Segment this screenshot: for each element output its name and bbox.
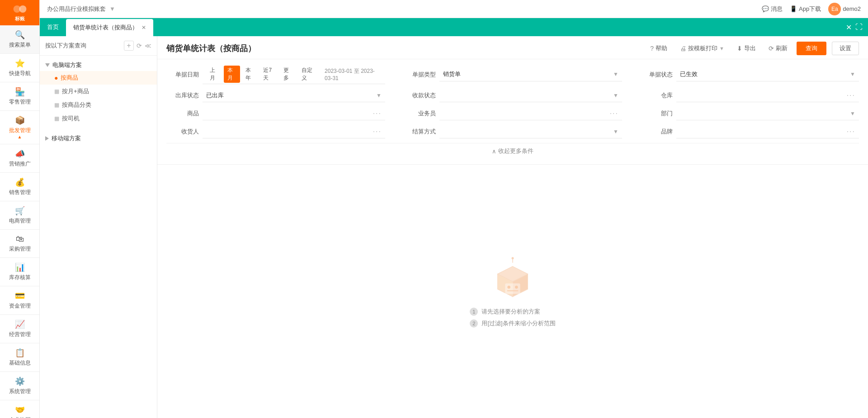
out-status-value[interactable]: 已出库 ▼	[203, 89, 385, 102]
doc-type-value[interactable]: 销货单 ▼	[439, 68, 622, 81]
date-tab-last-month[interactable]: 上月	[206, 66, 222, 83]
empty-tips: 1 请先选择要分析的方案 2 用[过滤]条件来缩小分析范围	[470, 308, 555, 328]
box-icon: 📦	[15, 115, 25, 125]
dropdown-icon[interactable]: ▼	[109, 5, 115, 12]
scheme-item-by-driver[interactable]: ▦ 按司机	[40, 112, 157, 125]
collapse-chevron-icon: ∧	[492, 148, 496, 155]
doc-status-label: 单据状态	[640, 71, 676, 79]
receipt-status-chevron-icon: ▼	[613, 92, 618, 99]
item-icon: ▦	[54, 102, 59, 108]
sidebar-item-shortcut[interactable]: ⭐ 快捷导航	[0, 54, 40, 82]
out-status-chevron-icon: ▼	[376, 92, 382, 99]
payment-method-chevron-icon: ▼	[613, 128, 618, 135]
brand-dots: ···	[847, 128, 855, 136]
left-panel-header-left: 按以下方案查询	[45, 42, 86, 50]
bag-icon: 🛍	[16, 234, 24, 244]
sidebar-item-basic[interactable]: 📋 基础信息	[0, 343, 40, 372]
message-btn[interactable]: 💬 消息	[762, 5, 783, 13]
doc-type-chevron-icon: ▼	[613, 71, 618, 77]
svg-point-11	[512, 257, 514, 259]
header-left: 办公用品行业模拟账套 ▼	[47, 5, 115, 13]
refresh-scheme-icon[interactable]: ⟳	[137, 42, 142, 49]
sidebar-item-sales[interactable]: 💰 销售管理	[0, 173, 40, 201]
salesperson-value[interactable]: ···	[439, 107, 622, 120]
warehouse-label: 仓库	[640, 91, 676, 100]
sidebar-item-system[interactable]: ⚙️ 系统管理	[0, 372, 40, 400]
sidebar-item-purchase[interactable]: 🛍 采购管理	[0, 230, 40, 258]
tab-bar-actions: ✕ ⛶	[846, 23, 868, 32]
maximize-icon[interactable]: ⛶	[855, 23, 863, 31]
receiver-dots: ···	[373, 128, 382, 136]
export-btn[interactable]: ⬇ 导出	[733, 43, 760, 54]
chevron-right-icon	[45, 136, 49, 141]
minimize-icon[interactable]: ✕	[846, 23, 852, 32]
query-btn[interactable]: 查询	[797, 42, 826, 55]
product-dots: ···	[373, 109, 382, 118]
left-panel-title: 按以下方案查询	[45, 42, 86, 50]
top-header: 办公用品行业模拟账套 ▼ 💬 消息 📱 App下载 Ea demo2	[40, 0, 868, 18]
scheme-item-by-month-product[interactable]: ▦ 按月+商品	[40, 85, 157, 98]
sidebar-item-operation[interactable]: 📈 经营管理	[0, 315, 40, 343]
scheme-group-desktop-title[interactable]: 电脑端方案	[40, 59, 157, 71]
settings-btn[interactable]: 设置	[832, 42, 859, 55]
empty-tip-2: 2 用[过滤]条件来缩小分析范围	[470, 319, 555, 328]
date-tab-7days[interactable]: 近7天	[259, 66, 278, 83]
sidebar-item-marketing[interactable]: 📣 营销推广	[0, 144, 40, 173]
template-print-btn[interactable]: 🖨 按模板打印 ▼	[676, 43, 728, 54]
collapse-filters-btn[interactable]: ∧ 收起更多条件	[166, 143, 859, 159]
scheme-group-mobile: 移动端方案	[40, 129, 157, 148]
date-tab-custom[interactable]: 自定义	[298, 66, 318, 83]
sidebar-item-ecommerce[interactable]: 🛒 电商管理	[0, 201, 40, 230]
help-icon: ?	[650, 45, 654, 52]
date-tab-more[interactable]: 更多	[280, 66, 296, 83]
user-menu[interactable]: Ea demo2	[828, 3, 861, 15]
date-tab-this-month[interactable]: 本月	[224, 66, 240, 83]
tip-num-2: 2	[470, 319, 478, 328]
scheme-item-by-product[interactable]: ● 按商品	[40, 71, 157, 85]
doc-status-chevron-icon: ▼	[850, 71, 855, 77]
chevron-down-icon	[45, 63, 50, 67]
department-label: 部门	[640, 109, 676, 118]
doc-status-value[interactable]: 已生效 ▼	[676, 68, 859, 81]
tab-close-icon[interactable]: ✕	[142, 24, 146, 31]
brand-label: 品牌	[640, 128, 676, 136]
content-area: 按以下方案查询 + ⟳ ≪ 电脑端方案 ● 按商品 ▦	[40, 36, 868, 418]
date-tab-this-year[interactable]: 本年	[242, 66, 258, 83]
app-download-btn[interactable]: 📱 App下载	[790, 5, 821, 13]
sidebar-item-collab[interactable]: 🤝 企业协同	[0, 400, 40, 418]
salesperson-dots: ···	[610, 109, 618, 118]
sidebar-item-inventory[interactable]: 📊 库存核算	[0, 258, 40, 286]
item-icon: ▦	[54, 115, 59, 122]
product-value[interactable]: ···	[203, 107, 385, 120]
clipboard-icon: 📋	[15, 348, 25, 358]
sidebar-item-finance[interactable]: 💳 资金管理	[0, 286, 40, 315]
receiver-value[interactable]: ···	[203, 125, 385, 138]
sidebar-item-retail[interactable]: 🏪 零售管理	[0, 82, 40, 111]
sidebar-item-wholesale[interactable]: 📦 批发管理 ▲	[0, 111, 40, 144]
print-icon: 🖨	[680, 45, 686, 52]
tip-num-1: 1	[470, 308, 478, 316]
refresh-icon: ⟳	[769, 45, 774, 52]
handshake-icon: 🤝	[15, 405, 25, 415]
avatar: Ea	[828, 3, 841, 15]
tab-home[interactable]: 首页	[40, 18, 66, 36]
warehouse-value[interactable]: ···	[676, 89, 859, 102]
sidebar-item-search[interactable]: 🔍 搜索菜单	[0, 25, 40, 54]
add-scheme-btn[interactable]: +	[124, 41, 134, 51]
refresh-btn[interactable]: ⟳ 刷新	[765, 43, 791, 54]
svg-rect-9	[507, 290, 519, 292]
tab-bar: 首页 销货单统计表（按商品） ✕ ✕ ⛶	[40, 18, 868, 36]
help-btn[interactable]: ? 帮助	[646, 43, 671, 54]
receipt-status-value[interactable]: ▼	[439, 89, 622, 102]
department-value[interactable]: ▼	[676, 107, 859, 120]
payment-method-label: 结算方式	[403, 128, 439, 136]
brand-value[interactable]: ···	[676, 125, 859, 138]
gear-icon: ⚙️	[15, 376, 25, 386]
receiver-label: 收货人	[166, 128, 203, 136]
payment-method-value[interactable]: ▼	[439, 125, 622, 138]
tab-report[interactable]: 销货单统计表（按商品） ✕	[66, 19, 153, 37]
page-actions: ? 帮助 🖨 按模板打印 ▼ ⬇ 导出 ⟳ 刷新	[646, 42, 859, 55]
scheme-item-by-category[interactable]: ▦ 按商品分类	[40, 98, 157, 112]
scheme-group-mobile-title[interactable]: 移动端方案	[40, 133, 157, 144]
collapse-panel-icon[interactable]: ≪	[145, 42, 151, 49]
